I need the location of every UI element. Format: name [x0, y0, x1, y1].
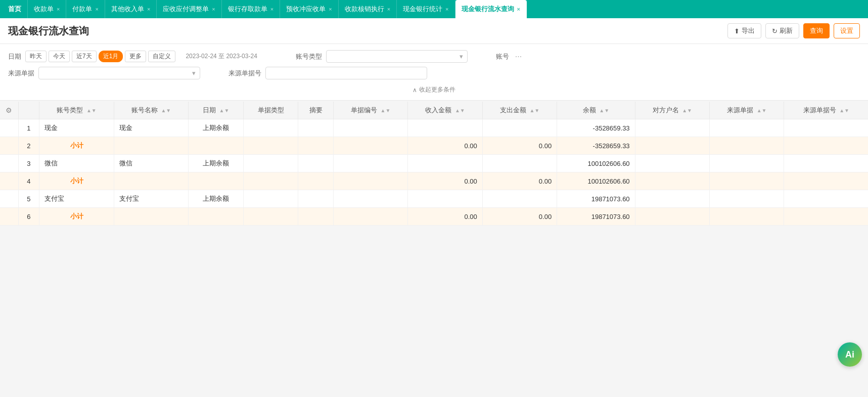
table-cell: [298, 137, 334, 155]
table-cell: 2: [18, 137, 39, 155]
nav-tab-label: 银行存取款单: [228, 5, 267, 14]
table-cell: -3528659.33: [557, 119, 635, 137]
close-icon[interactable]: ×: [445, 6, 448, 12]
table-cell: 上期余额: [189, 155, 244, 172]
gear-icon[interactable]: ⚙: [6, 106, 12, 114]
nav-home[interactable]: 首页: [2, 0, 28, 18]
table-cell: [710, 119, 784, 137]
table-cell: 0.00: [482, 208, 557, 226]
th-account-name[interactable]: 账号名称 ▲▼: [114, 102, 188, 119]
table-cell: [114, 172, 188, 190]
nav-tab-cash-stats[interactable]: 现金银行统计 ×: [397, 0, 455, 18]
account-type-select[interactable]: ▾: [326, 50, 468, 63]
table-cell: [710, 208, 784, 226]
table-cell: [333, 172, 407, 190]
nav-tab-other-income[interactable]: 其他收入单 ×: [105, 0, 157, 18]
th-balance[interactable]: 余额 ▲▼: [557, 102, 635, 119]
date-1month[interactable]: 近1月: [99, 51, 123, 62]
dropdown-icon: ▾: [460, 53, 463, 60]
table-container: ⚙ 账号类型 ▲▼ 账号名称 ▲▼ 日期 ▲▼ 单据类型 摘要 单: [0, 102, 868, 226]
table-cell: [635, 190, 709, 208]
date-today[interactable]: 今天: [49, 51, 70, 62]
table-cell: 小计: [39, 208, 114, 226]
close-icon[interactable]: ×: [517, 6, 520, 12]
close-icon[interactable]: ×: [147, 6, 150, 12]
table-cell: [298, 190, 334, 208]
table-cell: [189, 172, 244, 190]
close-icon[interactable]: ×: [270, 6, 273, 12]
settings-button[interactable]: 设置: [834, 23, 860, 38]
table-body: 1现金现金上期余额-3528659.332小计0.000.00-3528659.…: [0, 119, 868, 226]
table-cell: [408, 119, 482, 137]
nav-tab-fukuan[interactable]: 付款单 ×: [66, 0, 105, 18]
table-cell: [635, 119, 709, 137]
table-cell: [333, 155, 407, 172]
filter-area: 日期 昨天 今天 近7天 近1月 更多 自定义 2023-02-24 至 202…: [0, 44, 868, 101]
close-icon[interactable]: ×: [95, 6, 98, 12]
source-doc-select[interactable]: ▾: [38, 67, 200, 79]
table-cell: [784, 137, 868, 155]
table-cell: -3528659.33: [557, 137, 635, 155]
table-cell: 19871073.60: [557, 208, 635, 226]
th-date[interactable]: 日期 ▲▼: [189, 102, 244, 119]
settings-label: 设置: [840, 26, 853, 35]
th-expense[interactable]: 支出金额 ▲▼: [482, 102, 557, 119]
th-source-doc-no[interactable]: 来源单据号 ▲▼: [784, 102, 868, 119]
collapse-label: 收起更多条件: [419, 85, 455, 94]
date-custom[interactable]: 自定义: [148, 51, 175, 62]
table-cell: 小计: [39, 172, 114, 190]
nav-tab-shoukuan[interactable]: 收款单 ×: [28, 0, 66, 18]
th-source-doc[interactable]: 来源单据 ▲▼: [710, 102, 784, 119]
table-cell: [784, 172, 868, 190]
th-doc-no[interactable]: 单据编号 ▲▼: [333, 102, 407, 119]
table-cell: 支付宝: [114, 190, 188, 208]
th-income[interactable]: 收入金额 ▲▼: [408, 102, 482, 119]
table-cell: [244, 155, 298, 172]
table-cell: 100102606.60: [557, 172, 635, 190]
table-cell: [298, 155, 334, 172]
sort-icon: ▲▼: [381, 108, 391, 113]
table-cell: 6: [18, 208, 39, 226]
table-cell: [784, 119, 868, 137]
close-icon[interactable]: ×: [212, 6, 215, 12]
table-cell: [0, 119, 18, 137]
sort-icon: ▲▼: [839, 108, 849, 113]
close-icon[interactable]: ×: [329, 6, 332, 12]
date-yesterday[interactable]: 昨天: [25, 51, 47, 62]
close-icon[interactable]: ×: [57, 6, 60, 12]
nav-tab-adjust[interactable]: 应收应付调整单 ×: [157, 0, 221, 18]
th-gear[interactable]: ⚙: [0, 102, 18, 119]
table-cell: [635, 155, 709, 172]
nav-tab-label: 现金银行统计: [403, 5, 442, 14]
th-account-type[interactable]: 账号类型 ▲▼: [39, 102, 114, 119]
refresh-button[interactable]: ↻ 刷新: [765, 23, 799, 38]
account-no-dots[interactable]: ···: [513, 52, 524, 61]
page-header: 现金银行流水查询 ⬆ 导出 ↻ 刷新 查询 设置: [0, 18, 868, 44]
nav-tab-collection[interactable]: 收款核销执行 ×: [339, 0, 397, 18]
table-cell: 4: [18, 172, 39, 190]
close-icon[interactable]: ×: [387, 6, 390, 12]
table-cell: [244, 137, 298, 155]
table-cell: [635, 137, 709, 155]
table-cell: 100102606.60: [557, 155, 635, 172]
sort-icon: ▲▼: [529, 108, 539, 113]
sort-icon: ▲▼: [219, 108, 230, 113]
export-button[interactable]: ⬆ 导出: [727, 23, 761, 38]
query-button[interactable]: 查询: [803, 23, 830, 38]
table-cell: 上期余额: [189, 190, 244, 208]
table-cell: 现金: [114, 119, 188, 137]
source-doc-no-input[interactable]: [265, 67, 427, 79]
sort-icon: ▲▼: [757, 108, 767, 113]
nav-tab-cash-flow[interactable]: 现金银行流水查询 ×: [455, 0, 527, 18]
nav-tab-label: 收款核销执行: [345, 5, 384, 14]
nav-tab-bank-deposit[interactable]: 银行存取款单 ×: [222, 0, 280, 18]
table-cell: 5: [18, 190, 39, 208]
table-cell: 微信: [114, 155, 188, 172]
th-counterpart[interactable]: 对方户名 ▲▼: [635, 102, 709, 119]
filter-row-2: 来源单据 ▾ 来源单据号: [8, 67, 860, 79]
date-7days[interactable]: 近7天: [72, 51, 97, 62]
data-table: ⚙ 账号类型 ▲▼ 账号名称 ▲▼ 日期 ▲▼ 单据类型 摘要 单: [0, 102, 868, 226]
nav-tab-prepaid[interactable]: 预收冲应收单 ×: [280, 0, 338, 18]
collapse-bar[interactable]: ∧ 收起更多条件: [8, 83, 860, 94]
date-more[interactable]: 更多: [125, 51, 146, 62]
